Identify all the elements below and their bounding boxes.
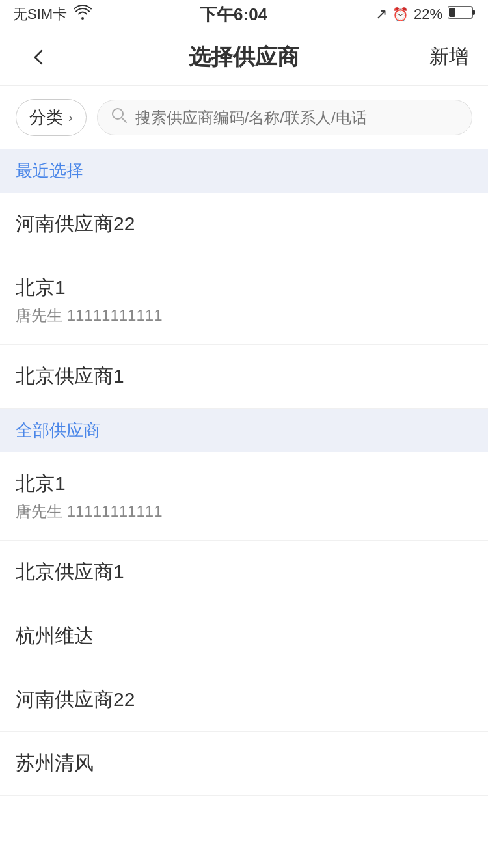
recent-label: 最近选择	[16, 161, 83, 180]
carrier-label: 无SIM卡	[13, 5, 67, 24]
status-bar: 无SIM卡 下午6:04 ↗ ⏰ 22%	[0, 0, 488, 29]
all-item-2[interactable]: 杭州维达	[0, 604, 488, 668]
all-label: 全部供应商	[16, 420, 100, 440]
page-title: 选择供应商	[189, 42, 299, 72]
recent-item-detail-1: 唐先生 11111111111	[16, 305, 472, 326]
recent-item-name-1: 北京1	[16, 275, 472, 301]
recent-section-header: 最近选择	[0, 149, 488, 193]
status-time: 下午6:04	[200, 3, 267, 26]
search-icon	[111, 107, 128, 128]
all-item-3[interactable]: 河南供应商22	[0, 668, 488, 732]
all-section-header: 全部供应商	[0, 409, 488, 452]
battery-icon	[448, 5, 475, 23]
svg-rect-2	[449, 8, 455, 17]
all-item-name-3: 河南供应商22	[16, 686, 472, 713]
alarm-icon: ⏰	[392, 7, 409, 22]
status-left: 无SIM卡	[13, 5, 92, 24]
wifi-icon	[74, 5, 92, 23]
all-item-detail-0: 唐先生 11111111111	[16, 501, 472, 522]
recent-item-name-2: 北京供应商1	[16, 363, 472, 390]
status-right: ↗ ⏰ 22%	[375, 5, 475, 23]
chevron-right-icon: ›	[68, 110, 73, 125]
all-items-list: 北京1 唐先生 11111111111 北京供应商1 杭州维达 河南供应商22 …	[0, 452, 488, 796]
filter-bar: 分类 ›	[0, 86, 488, 149]
recent-item-1[interactable]: 北京1 唐先生 11111111111	[0, 256, 488, 345]
all-item-4[interactable]: 苏州清风	[0, 732, 488, 796]
search-input[interactable]	[135, 109, 459, 127]
add-button[interactable]: 新增	[429, 44, 468, 70]
nav-bar: 选择供应商 新增	[0, 29, 488, 86]
all-item-1[interactable]: 北京供应商1	[0, 541, 488, 604]
recent-item-2[interactable]: 北京供应商1	[0, 345, 488, 409]
recent-items-list: 河南供应商22 北京1 唐先生 11111111111 北京供应商1	[0, 193, 488, 409]
svg-line-4	[122, 118, 126, 122]
category-button[interactable]: 分类 ›	[16, 99, 87, 136]
all-item-name-0: 北京1	[16, 470, 472, 497]
search-box[interactable]	[97, 100, 472, 135]
recent-item-name-0: 河南供应商22	[16, 211, 472, 237]
all-item-name-4: 苏州清风	[16, 750, 472, 777]
battery-label: 22%	[414, 6, 442, 23]
all-item-0[interactable]: 北京1 唐先生 11111111111	[0, 452, 488, 541]
recent-item-0[interactable]: 河南供应商22	[0, 193, 488, 256]
all-item-name-2: 杭州维达	[16, 623, 472, 649]
back-button[interactable]	[20, 38, 59, 77]
svg-rect-1	[472, 10, 475, 15]
location-icon: ↗	[375, 6, 387, 23]
category-label: 分类	[29, 106, 63, 129]
all-item-name-1: 北京供应商1	[16, 559, 472, 586]
